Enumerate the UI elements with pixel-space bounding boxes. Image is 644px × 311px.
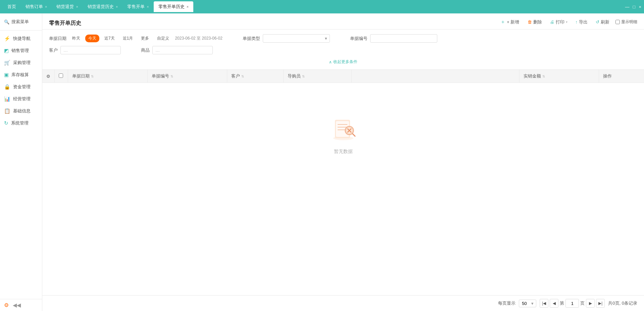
date-btn-custom[interactable]: 自定义 xyxy=(154,35,172,42)
per-page-label: 每页显示 xyxy=(498,300,515,306)
tab-sales-return[interactable]: 销货退货 × xyxy=(52,1,83,12)
window-controls: — □ × xyxy=(625,4,641,9)
add-button[interactable]: ＋ + 新增 xyxy=(498,17,521,27)
show-detail-label: 显示明细 xyxy=(621,19,637,25)
sidebar-item-base-info[interactable]: 📋 基础信息 xyxy=(0,105,42,117)
sidebar-item-system[interactable]: ↻ 系统管理 xyxy=(0,117,42,129)
sidebar-bottom: ⚙ ◀◀ xyxy=(0,299,42,311)
th-action: 操作 xyxy=(599,70,644,83)
date-btn-more[interactable]: 更多 xyxy=(138,35,152,42)
date-filter-label: 单据日期 xyxy=(49,36,66,42)
th-salesperson: 导购员 ⇅ xyxy=(284,70,352,83)
tab-retail-open-label: 零售开单 xyxy=(127,4,145,10)
sidebar-item-base-info-label: 基础信息 xyxy=(13,108,31,114)
sidebar-item-quick-nav[interactable]: ⚡ 快捷导航 xyxy=(0,33,42,45)
th-customer-label: 客户 xyxy=(231,73,240,79)
refresh-icon: ↺ xyxy=(596,19,599,24)
date-options: 昨天 今天 近7天 近1月 更多 自定义 xyxy=(69,35,172,42)
tab-retail-open-close[interactable]: × xyxy=(147,5,149,9)
collapse-filter-btn[interactable]: ∧ 收起更多条件 xyxy=(49,58,637,66)
goods-input[interactable]: … xyxy=(152,46,213,54)
filter-row-2: 客户 … 商品 … xyxy=(49,46,637,54)
base-info-icon: 📋 xyxy=(4,108,10,114)
purchase-mgmt-icon: 🛒 xyxy=(4,60,10,66)
select-all-checkbox[interactable] xyxy=(59,73,63,78)
sidebar-item-finance[interactable]: 🔒 资金管理 xyxy=(0,81,42,93)
tab-retail-open-history-close[interactable]: × xyxy=(187,5,189,9)
next-page-btn[interactable]: ▶ xyxy=(586,299,595,308)
sidebar-item-quick-nav-label: 快捷导航 xyxy=(13,36,31,42)
sidebar-item-operations-label: 经营管理 xyxy=(13,96,31,102)
amount-sort-icon[interactable]: ⇅ xyxy=(542,74,545,78)
last-page-btn[interactable]: ▶| xyxy=(596,299,605,308)
sidebar-item-inventory-label: 库存核算 xyxy=(11,72,29,78)
salesperson-sort-icon[interactable]: ⇅ xyxy=(302,74,305,78)
print-label: 打印 xyxy=(556,19,564,25)
th-spacer xyxy=(351,70,519,83)
sidebar-item-sales-label: 销售管理 xyxy=(11,48,29,54)
tab-bar: 首页 销售订单 × 销货退货 × 销货退货历史 × 零售开单 × 零售开单历史 … xyxy=(0,0,644,13)
tab-sales-order[interactable]: 销售订单 × xyxy=(21,1,52,12)
show-detail-toggle[interactable]: 显示明细 xyxy=(615,19,637,25)
per-page-select[interactable]: 20 50 100 xyxy=(519,300,536,307)
date-btn-today[interactable]: 今天 xyxy=(85,35,99,42)
sidebar-item-operations[interactable]: 📊 经营管理 xyxy=(0,93,42,105)
refresh-label: 刷新 xyxy=(601,19,609,25)
empty-text: 暂无数据 xyxy=(334,149,353,155)
tab-sales-return-history-close[interactable]: × xyxy=(116,5,118,9)
page-number-input[interactable] xyxy=(565,299,579,308)
svg-line-11 xyxy=(353,134,355,136)
date-sort-icon[interactable]: ⇅ xyxy=(91,74,94,78)
type-select-wrapper xyxy=(263,34,330,43)
print-button[interactable]: 🖨 打印 ▾ xyxy=(548,18,569,27)
first-page-btn[interactable]: |◀ xyxy=(540,299,548,308)
tab-retail-open-history[interactable]: 零售开单历史 × xyxy=(154,1,193,12)
window-min[interactable]: — xyxy=(625,4,630,9)
column-settings-icon[interactable]: ⚙ xyxy=(46,74,50,79)
th-salesperson-label: 导购员 xyxy=(288,73,301,79)
operations-icon: 📊 xyxy=(4,96,10,102)
window-max[interactable]: □ xyxy=(633,4,636,9)
refresh-button[interactable]: ↺ 刷新 xyxy=(594,18,611,27)
tab-sales-return-close[interactable]: × xyxy=(76,5,78,9)
number-filter-label: 单据编号 xyxy=(350,36,367,42)
sidebar-search[interactable]: 🔍 搜索菜单 xyxy=(0,17,42,27)
tab-sales-return-history[interactable]: 销货退货历史 × xyxy=(83,1,122,12)
collapse-filter-label: 收起更多条件 xyxy=(333,59,357,65)
sidebar: 🔍 搜索菜单 ⚡ 快捷导航 ◩ 销售管理 🛒 采购管理 ▣ 库存核算 🔒 xyxy=(0,13,42,311)
per-page-select-wrapper: 20 50 100 xyxy=(519,300,536,307)
th-checkbox xyxy=(55,70,68,83)
delete-button[interactable]: 🗑 删除 xyxy=(526,18,544,27)
quick-nav-icon: ⚡ xyxy=(4,36,10,42)
sidebar-item-purchase-mgmt[interactable]: 🛒 采购管理 xyxy=(0,57,42,69)
th-date-label: 单据日期 xyxy=(72,73,90,79)
collapse-icon: ∧ xyxy=(329,60,332,64)
goods-filter-label: 商品 xyxy=(141,47,150,53)
show-detail-checkbox[interactable] xyxy=(615,20,620,24)
tab-home[interactable]: 首页 xyxy=(3,1,21,12)
export-icon: ↑ xyxy=(576,19,578,24)
filter-area: 单据日期 昨天 今天 近7天 近1月 更多 自定义 2023-06-02 至 2… xyxy=(42,30,644,70)
sidebar-item-inventory[interactable]: ▣ 库存核算 xyxy=(0,69,42,81)
sidebar-collapse-icon[interactable]: ◀◀ xyxy=(13,302,21,308)
th-customer: 客户 ⇅ xyxy=(227,70,284,83)
date-btn-7days[interactable]: 近7天 xyxy=(101,35,118,42)
date-btn-1month[interactable]: 近1月 xyxy=(120,35,136,42)
number-sort-icon[interactable]: ⇅ xyxy=(170,74,173,78)
customer-sort-icon[interactable]: ⇅ xyxy=(241,74,244,78)
type-select[interactable] xyxy=(263,34,330,43)
export-button[interactable]: ↑ 导出 xyxy=(574,18,590,27)
sidebar-item-sales-mgmt[interactable]: ◩ 销售管理 xyxy=(0,45,42,57)
number-input[interactable] xyxy=(370,34,437,43)
tab-retail-open[interactable]: 零售开单 × xyxy=(122,1,153,12)
delete-label: 删除 xyxy=(533,19,542,25)
date-btn-yesterday[interactable]: 昨天 xyxy=(69,35,83,42)
search-icon: 🔍 xyxy=(4,19,9,24)
tab-sales-order-close[interactable]: × xyxy=(45,5,47,9)
customer-filter-label: 客户 xyxy=(49,47,58,53)
customer-input[interactable]: … xyxy=(60,46,121,54)
prev-page-btn[interactable]: ◀ xyxy=(550,299,558,308)
settings-gear-icon[interactable]: ⚙ xyxy=(4,302,9,308)
window-close[interactable]: × xyxy=(639,4,641,9)
page-nav: |◀ ◀ 第 页 ▶ ▶| xyxy=(540,299,605,308)
